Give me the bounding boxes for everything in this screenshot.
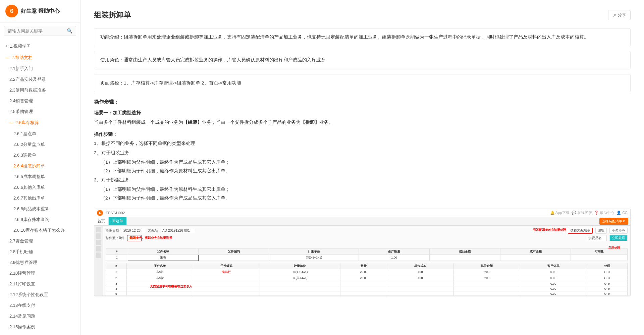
sidebar-item-video[interactable]: + 1.视频学习 xyxy=(0,41,80,52)
sim-row2-4-amount xyxy=(453,286,520,291)
ops-steps-title: 操作步骤： xyxy=(94,131,631,137)
sim-row1-parent: 米布 xyxy=(128,255,199,261)
sidebar-item-28[interactable]: 2.8手机旺铺 xyxy=(0,246,80,257)
sidebar-item-215[interactable]: 2.15操作案例 xyxy=(0,322,80,332)
sim-row2-2-code xyxy=(193,275,260,281)
sim-btn-assembly-list[interactable]: 选择装配清单▼ xyxy=(599,218,628,225)
sim-row2-4-code xyxy=(193,286,260,291)
annotation-text-4: 无固定清单可在组装在这里录入 xyxy=(150,285,192,288)
step-2: 2、对于组装业务 xyxy=(94,149,631,157)
sim-row2-2-op: ⊙ ⊗ xyxy=(587,275,627,281)
sidebar-item-261[interactable]: 2.6.1盘点单 xyxy=(0,128,80,139)
sim-left-strip xyxy=(94,226,103,295)
sim-row2-2-ucost: 100 xyxy=(387,275,453,281)
sim-select-assembly-btn[interactable]: 选择装配清单 xyxy=(568,228,593,234)
sim-body: 单据日期 2019-12-26 装配品 AD-20191226-001 选择装配… xyxy=(94,226,630,295)
sim-row2-4-qty xyxy=(340,286,387,291)
logo-title: 好生意 帮助中心 xyxy=(21,8,60,15)
sidebar-item-267[interactable]: 2.6.7其他出库单 xyxy=(0,193,80,204)
share-button[interactable]: ↗ 分享 xyxy=(608,10,631,20)
sim-row2-1-qty: 20.00 xyxy=(340,269,387,275)
sim-row2-1-code: 编码栏 xyxy=(193,269,260,275)
step-1: 1、根据不同的业务，选择不同单据的类型来处理 xyxy=(94,139,631,148)
content-area: 组装拆卸单 ↗ 分享 功能介绍：组装拆卸单用来处理企业组装或拆卸等加工业务，支持… xyxy=(80,0,644,335)
sidebar-item-213[interactable]: 2.13在线支付 xyxy=(0,300,80,311)
step-3: 3、对于拆桨业务 xyxy=(94,176,631,184)
sim-row2-3-code xyxy=(193,281,260,286)
sim-label-assembly: 装配品 xyxy=(148,228,158,233)
step2-sub-list: （1）上部明细为父件明细，最终作为产成品生成其它入库单； （2）下部明细为子件明… xyxy=(94,158,631,175)
sim-row2-5-ucost xyxy=(387,291,453,295)
sim-col-cost2: 成本金额 xyxy=(500,248,571,255)
prefix-icon-1: + xyxy=(5,44,8,49)
sim-row2-2-avail: 0.00 xyxy=(520,275,587,281)
role-intro-block: 使用角色：通常由生产人员或库管人员完成拆装业务的操作，库管人员确认原材料的出库和… xyxy=(94,51,631,69)
sidebar-item-268[interactable]: 2.6.8商品成本重算 xyxy=(0,204,80,214)
screenshot-area: 6 TEST-H002 🔔 App下载 💬 在线客服 ❓ 帮助中心 👤 CC 首… xyxy=(94,209,631,296)
sim-label-date: 单据日期 xyxy=(106,228,119,233)
sidebar-item-269[interactable]: 2.6.9库存账本查询 xyxy=(0,214,80,225)
sim-col2-code: 子件编码 xyxy=(193,263,260,269)
nav-section-1: + 1.视频学习 xyxy=(0,41,80,52)
sidebar-item-sales[interactable]: 2.4销售管理 xyxy=(0,96,80,106)
sidebar-item-266[interactable]: 2.6.6其他入库单 xyxy=(0,182,80,193)
sidebar-item-27[interactable]: 2.7资金管理 xyxy=(0,236,80,246)
sim-lower-table: # 子件名称 子件编码 计量单位 数量 单位成本 单位金额 暂用订单 处理 xyxy=(106,263,628,295)
role-intro-text: 使用角色：通常由生产人员或库管人员完成拆装业务的操作，库管人员确认原材料的出库和… xyxy=(100,57,326,62)
annotation-text-3: 启用处理 xyxy=(608,246,620,249)
scenario1-title: 场景一：加工类型选择 xyxy=(94,110,631,116)
sidebar-item-newbie[interactable]: 2.1新手入门 xyxy=(0,63,80,74)
sidebar-item-install[interactable]: 2.2产品安装及登录 xyxy=(0,74,80,85)
sim-confirm-btn[interactable]: 立即处理 xyxy=(609,235,628,241)
sim-more-btn[interactable]: 更多业务 xyxy=(609,228,628,234)
annotation-enable: 启用处理 xyxy=(608,246,620,250)
sidebar-item-prepare[interactable]: 2.3使用前数据准备 xyxy=(0,85,80,96)
sidebar-item-docs[interactable]: — 2.帮助文档 xyxy=(0,52,80,63)
sim-col2-qty: 数量 xyxy=(340,263,387,269)
sidebar-item-214[interactable]: 2.14常见问题 xyxy=(0,311,80,322)
sidebar-item-2610[interactable]: 2.6.10库存账本错了怎么办 xyxy=(0,225,80,236)
sidebar-item-210[interactable]: 2.10经营管理 xyxy=(0,268,80,279)
sim-row2-5-avail: 0.00 xyxy=(520,291,587,295)
step3-sub1: （1）上部明细为父件明细，最终作为原材料生成其它出库单； xyxy=(101,185,631,193)
logo-icon: 6 xyxy=(5,5,18,17)
sim-col-count: 生产数量 xyxy=(359,248,430,255)
sim-edit-btn[interactable]: 编辑 xyxy=(595,228,607,234)
sim-row2-4-no: 4 xyxy=(106,286,127,291)
sidebar-item-211[interactable]: 2.11打印设置 xyxy=(0,279,80,289)
sidebar-item-purchase[interactable]: 2.5采购管理 xyxy=(0,106,80,117)
sidebar-item-inventory[interactable]: — 2.6库存核算 xyxy=(0,117,80,128)
sim-content: 单据日期 2019-12-26 装配品 AD-20191226-001 选择装配… xyxy=(103,226,630,295)
sim-row2-3-op: ⊙ ⊗ xyxy=(587,281,627,286)
sidebar-item-212[interactable]: 2.12系统个性化设置 xyxy=(0,289,80,300)
page-title: 组装拆卸单 xyxy=(94,10,131,20)
sim-row2-1-no: 1 xyxy=(106,269,127,275)
scenario1-desc: 当由多个子件材料组装成一个成品的业务为【组装】业务，当由一个父件拆分成多个子产品… xyxy=(94,118,631,127)
sidebar: 6 好生意 帮助中心 🔍 + 1.视频学习 — 2.帮助文档 2.1新手入门 2… xyxy=(0,0,80,335)
sim-col2-amount: 单位金额 xyxy=(453,263,520,269)
sim-row2-2-name: 布料2 xyxy=(126,275,193,281)
sim-row2-1-unit: 米(1 + 4=1) xyxy=(260,269,340,275)
sidebar-item-29[interactable]: 2.9优惠券管理 xyxy=(0,257,80,268)
step2-sub2: （2）下部明细为子件明细，最终作为原材料生成其它出库单。 xyxy=(101,167,631,175)
step3-sub2: （2）下部明细为子件明细，最终作为产成品生成其它入库单。 xyxy=(101,194,631,202)
sim-row2-5-no: 5 xyxy=(106,291,127,295)
share-icon: ↗ xyxy=(612,13,616,18)
search-input[interactable] xyxy=(8,29,67,34)
sim-row2-3-avail: 0.00 xyxy=(520,281,587,286)
sim-row2-2-no: 2 xyxy=(106,275,127,281)
sidebar-item-263[interactable]: 2.6.3调拨单 xyxy=(0,150,80,161)
sim-row2-3-unit xyxy=(260,281,340,286)
sidebar-nav: + 1.视频学习 — 2.帮助文档 2.1新手入门 2.2产品安装及登录 2.3… xyxy=(0,39,80,335)
sim-strip-icon-2 xyxy=(96,233,101,239)
sim-row2-4-avail: 0.00 xyxy=(520,286,587,291)
ops-title: 操作步骤： xyxy=(94,99,631,105)
sim-tab-home[interactable]: 首页 xyxy=(94,217,109,225)
sim-row2-1-avail: 0.00 xyxy=(520,269,587,275)
sim-tab-new[interactable]: 新建单 xyxy=(109,217,126,225)
sidebar-item-264[interactable]: 2.6.4组装拆卸单 xyxy=(0,161,80,171)
sidebar-item-265[interactable]: 2.6.5成本调整单 xyxy=(0,171,80,182)
step2-sub1: （1）上部明细为父件明细，最终作为产成品生成其它入库单； xyxy=(101,158,631,166)
search-box[interactable]: 🔍 xyxy=(4,26,76,36)
sidebar-item-262[interactable]: 2.6.2分量盘点单 xyxy=(0,139,80,150)
